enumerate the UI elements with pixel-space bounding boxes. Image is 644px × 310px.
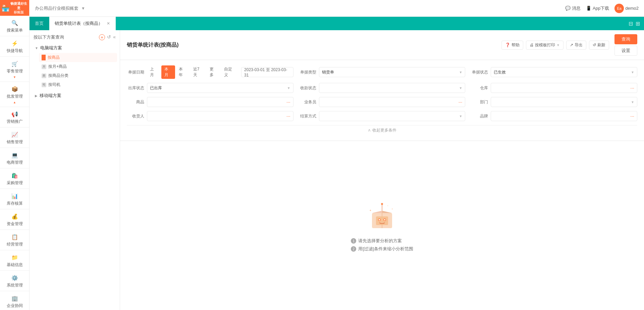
add-scheme-btn[interactable]: + (99, 34, 105, 40)
sidebar-item-finance[interactable]: 💰 资金管理 (0, 209, 29, 230)
date-tab-this-month[interactable]: 本月 (161, 65, 175, 79)
help-icon: ❓ (505, 43, 510, 47)
header-right: 💬 消息 📱 App下载 Ea demo2 (565, 4, 639, 13)
sidebar-item-quick-nav[interactable]: ⚡ 快捷导航 (0, 36, 29, 57)
receiver-select[interactable]: ··· (147, 111, 293, 121)
date-tab-7days[interactable]: 近7天 (190, 65, 206, 79)
sidebar-item-sales-mgmt-label: 销售管理 (7, 139, 23, 145)
sidebar-item-retail[interactable]: 🛒 零售管理 ▼ (0, 57, 29, 82)
date-range-input[interactable]: 2023-03-01 至 2023-03-31 (241, 67, 293, 77)
scheme-by-month-product[interactable]: 月 按月+商品 (39, 62, 117, 71)
collect-status-select[interactable]: ▼ (319, 83, 466, 93)
breadcrumb-dropdown[interactable]: ▼ (81, 6, 85, 11)
brand-select[interactable]: ··· (491, 111, 637, 121)
tip-text-1: 请先选择要分析的方案 (358, 238, 402, 244)
by-month-icon: 月 (42, 64, 46, 69)
date-tab-more[interactable]: 更多 (207, 65, 220, 79)
tab-minimize-icon[interactable]: ⊟ (629, 20, 633, 27)
tab-close-icon[interactable]: ✕ (107, 21, 110, 26)
date-filter: 上月 本月 本年 近7天 更多 自定义 2023-03-01 至 2023-03… (147, 65, 293, 79)
tab-maximize-icon[interactable]: ⊞ (636, 20, 640, 27)
sidebar-item-wholesale[interactable]: 📦 批发管理 ▲ (0, 82, 29, 107)
panel-header-label: 按以下方案查询 (34, 34, 64, 40)
doc-type-select[interactable]: 销货单 ▼ (319, 67, 466, 77)
svg-point-13 (381, 203, 383, 205)
user-profile[interactable]: Ea demo2 (614, 4, 639, 13)
page-title-bar: 销货单统计表(按商品) ❓ 帮助 🖨 按模板打印 ▼ ↗ 导出 (120, 30, 644, 60)
sidebar-item-system-label: 系统管理 (7, 282, 23, 288)
doc-status-select[interactable]: 已生效 ▼ (491, 67, 637, 77)
header-left: 办公用品行业模拟账套 ▼ (35, 5, 85, 11)
sidebar-item-base-info[interactable]: 📁 基础信息 (0, 250, 29, 271)
sidebar-item-purchase[interactable]: 🛍️ 采购管理 (0, 168, 29, 189)
brand-more-icon[interactable]: ··· (630, 113, 634, 119)
scheme-by-category[interactable]: 类 按商品分类 (39, 71, 117, 80)
sidebar-item-search-label: 搜索菜单 (7, 28, 23, 33)
out-status-dropdown-icon: ▼ (287, 86, 290, 90)
tab-sales-stats[interactable]: 销货单统计表（按商品） ✕ (49, 17, 116, 30)
refresh-btn[interactable]: ↺ 刷新 (589, 41, 609, 50)
staff-more-icon[interactable]: ··· (459, 99, 463, 105)
sidebar-item-ecommerce[interactable]: 💻 电商管理 (0, 148, 29, 168)
page-title: 销货单统计表(按商品) (127, 42, 179, 49)
date-tab-last-month[interactable]: 上月 (147, 65, 161, 79)
retail-icon: 🛒 (11, 61, 18, 67)
warehouse-more-icon[interactable]: ··· (630, 85, 634, 91)
filter-group-doc-type: 单据类型 销货单 ▼ (299, 67, 466, 77)
out-status-select[interactable]: 已出库 ▼ (147, 83, 293, 93)
sidebar-item-sales-mgmt[interactable]: 📈 销售管理 (0, 127, 29, 148)
help-label: 帮助 (512, 42, 520, 48)
svg-marker-2 (382, 211, 392, 213)
query-button[interactable]: 查询 (614, 34, 637, 44)
date-tab-this-year[interactable]: 本年 (176, 65, 190, 79)
goods-select[interactable]: ··· (147, 97, 293, 107)
print-dropdown-icon: ▼ (556, 43, 560, 47)
collapse-filter-btn[interactable]: ∧ 收起更多条件 (127, 125, 637, 135)
refresh-icon: ↺ (593, 43, 596, 47)
settings-button[interactable]: 设置 (614, 46, 637, 56)
dept-select[interactable]: ▼ (491, 97, 637, 107)
app-download-label: App下载 (593, 5, 609, 11)
tab-bar: 首页 销货单统计表（按商品） ✕ ⊟ ⊞ (30, 17, 644, 30)
collect-status-label: 收款状态 (299, 85, 319, 91)
sidebar-item-finance-label: 资金管理 (7, 221, 23, 227)
tree-mobile-scheme[interactable]: ▶ 移动端方案 (32, 91, 117, 101)
help-btn[interactable]: ❓ 帮助 (501, 41, 523, 50)
scheme-by-cashier[interactable]: 司 按司机 (39, 80, 117, 89)
panel-header: 按以下方案查询 + ↺ « (30, 34, 120, 43)
export-icon: ↗ (570, 43, 573, 47)
filter-group-doc-status: 单据状态 已生效 ▼ (471, 67, 637, 77)
by-product-label: 按商品 (48, 55, 60, 60)
main-area: 办公用品行业模拟账套 ▼ 💬 消息 📱 App下载 Ea demo2 首页 (30, 0, 644, 310)
print-btn[interactable]: 🖨 按模板打印 ▼ (526, 41, 564, 50)
collapse-panel-btn[interactable]: « (113, 34, 116, 40)
refresh-scheme-icon[interactable]: ↺ (107, 34, 111, 40)
export-btn[interactable]: ↗ 导出 (566, 41, 586, 50)
sidebar-item-operations[interactable]: 📋 经营管理 (0, 230, 29, 250)
sidebar-item-marketing[interactable]: 📢 营销推广 (0, 107, 29, 127)
by-product-icon: 按 (42, 55, 46, 60)
doc-status-dropdown-icon: ▼ (631, 70, 634, 74)
goods-more-icon[interactable]: ··· (286, 99, 290, 105)
message-btn[interactable]: 💬 消息 (565, 5, 581, 11)
tree-desktop-scheme[interactable]: ▼ 电脑端方案 (32, 43, 117, 53)
print-label: 按模板打印 (535, 42, 555, 48)
out-status-value: 已出库 (150, 85, 162, 91)
warehouse-select[interactable]: ··· (491, 83, 637, 93)
date-tab-custom[interactable]: 自定义 (221, 65, 238, 79)
app-download-btn[interactable]: 📱 App下载 (586, 5, 609, 11)
sidebar-item-system[interactable]: ⚙️ 系统管理 (0, 271, 29, 291)
sidebar-item-inventory[interactable]: 📊 库存核算 (0, 189, 29, 209)
ecommerce-icon: 💻 (11, 152, 18, 158)
sidebar-item-search[interactable]: 🔍 搜索菜单 (0, 16, 29, 36)
receiver-more-icon[interactable]: ··· (286, 113, 290, 119)
staff-label: 业务员 (299, 99, 319, 105)
sales-mgmt-icon: 📈 (11, 132, 18, 138)
sidebar-item-enterprise[interactable]: 🏢 企业协同 (0, 291, 29, 310)
tab-home[interactable]: 首页 (30, 17, 49, 30)
scheme-by-product[interactable]: 按 按商品 (39, 53, 117, 62)
settle-select[interactable]: ▼ (319, 111, 466, 121)
svg-point-8 (384, 219, 385, 220)
staff-select[interactable]: ··· (319, 97, 466, 107)
filter-group-goods: 商品 ··· (127, 97, 293, 107)
